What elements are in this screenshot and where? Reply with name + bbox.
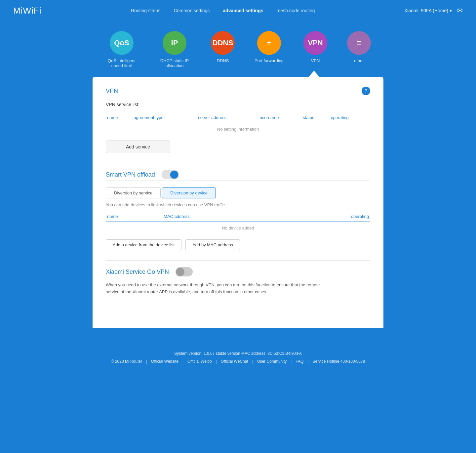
xiaomi-toggle-thumb — [176, 268, 184, 276]
logo: MiWiFi — [13, 6, 41, 16]
ip-label: DHCP static IP allocation — [158, 58, 191, 68]
section-divider-2 — [106, 181, 370, 181]
footer-link-service-hotline: Service Hotline 400-100-5678 — [309, 359, 369, 364]
toggle-thumb — [170, 171, 178, 179]
router-name[interactable]: Xiaomi_90FA (Home) ▾ — [404, 8, 452, 13]
footer-link-faq[interactable]: FAQ — [292, 359, 307, 364]
icon-grid: QoS QoS intelligent speed limit IP DHCP … — [0, 21, 476, 68]
qos-label: QoS intelligent speed limit — [105, 58, 138, 68]
tab-diversion-service[interactable]: Diversion by service — [106, 187, 161, 198]
vpn-label: VPN — [311, 58, 320, 63]
section-divider-1 — [106, 163, 370, 163]
vpn-service-table: name agreement type server address usern… — [106, 112, 370, 135]
xiaomi-vpn-title: Xiaomi Service Go VPN — [106, 268, 169, 275]
col-name: name — [106, 112, 132, 123]
header-right: Xiaomi_90FA (Home) ▾ ✉ — [404, 7, 463, 15]
dev-col-mac: MAC address — [162, 211, 283, 222]
mail-icon[interactable]: ✉ — [457, 7, 463, 15]
ddns-label: DDNS — [217, 58, 229, 63]
nav-links: Routing status Common settings advanced … — [131, 8, 315, 13]
tab-row: Diversion by service Diversion by device — [106, 187, 370, 198]
footer-link-official-wechat[interactable]: Official WeChat — [217, 359, 252, 364]
nav-routing-status[interactable]: Routing status — [131, 8, 161, 13]
xiaomi-vpn-toggle[interactable] — [176, 267, 193, 276]
nav-mesh-node-routing[interactable]: mesh node routing — [276, 8, 315, 13]
device-table: name MAC address operating No device add… — [106, 211, 370, 234]
main-card: VPN ? VPN service list: name agreement t… — [93, 77, 383, 328]
header: MiWiFi Routing status Common settings ad… — [0, 0, 476, 21]
portfwd-label: Port forwarding — [255, 58, 284, 63]
col-username: username — [258, 112, 301, 123]
smart-vpn-toggle[interactable] — [162, 170, 179, 179]
icon-item-ip[interactable]: IP DHCP static IP allocation — [158, 31, 191, 68]
pointer-wrap — [0, 68, 476, 77]
device-tab-desc: You can add devices to limit which devic… — [106, 202, 370, 207]
icon-item-ddns[interactable]: DDNS DDNS — [211, 31, 235, 68]
dev-col-operating: operating — [283, 211, 370, 222]
add-device-list-button[interactable]: Add a device from the device list — [106, 239, 181, 250]
other-icon: ≡ — [347, 31, 371, 55]
icon-item-portfwd[interactable]: + Port forwarding — [255, 31, 284, 68]
icon-item-other[interactable]: ≡ other — [347, 31, 371, 68]
nav-common-settings[interactable]: Common settings — [174, 8, 210, 13]
section-divider-3 — [106, 260, 370, 261]
vpn-section-title: VPN ? — [106, 87, 370, 95]
icon-item-qos[interactable]: QoS QoS intelligent speed limit — [105, 31, 138, 68]
device-btn-row: Add a device from the device list Add by… — [106, 239, 370, 250]
add-service-button[interactable]: Add service — [106, 141, 170, 153]
pointer-triangle — [309, 71, 319, 77]
nav-advanced-settings[interactable]: advanced settings — [223, 8, 263, 13]
portfwd-icon: + — [257, 31, 281, 55]
no-device-cell: No device added — [106, 222, 370, 234]
chevron-down-icon: ▾ — [450, 8, 452, 13]
qos-icon: QoS — [110, 31, 134, 55]
dev-col-name: name — [106, 211, 162, 222]
smart-vpn-title: Smart VPN offload — [106, 171, 155, 178]
add-mac-button[interactable]: Add by MAC address — [185, 239, 240, 250]
footer: System version: 1.0.67 stable version MA… — [0, 341, 476, 374]
col-server-address: server address — [197, 112, 258, 123]
col-agreement-type: agreement type — [132, 112, 197, 123]
footer-link-official-website[interactable]: Official Website — [147, 359, 182, 364]
tab-diversion-device[interactable]: Diversion by device — [162, 187, 216, 198]
footer-link-user-community[interactable]: User Community — [253, 359, 291, 364]
xiaomi-vpn-row: Xiaomi Service Go VPN — [106, 267, 370, 276]
help-icon[interactable]: ? — [362, 87, 370, 95]
ddns-icon: DDNS — [211, 31, 235, 55]
other-label: other — [354, 58, 364, 63]
smart-vpn-row: Smart VPN offload — [106, 170, 370, 179]
xiaomi-vpn-desc: When you need to use the external networ… — [106, 282, 331, 296]
ip-icon: IP — [163, 31, 186, 55]
footer-link-official-weibo[interactable]: Official Weibo — [183, 359, 216, 364]
col-operating: operating — [330, 112, 370, 123]
footer-copyright: © 2020 Mi Router — [107, 359, 146, 364]
col-status: status — [301, 112, 330, 123]
no-data-cell: No setting information — [106, 123, 370, 135]
vpn-icon: VPN — [303, 31, 327, 55]
no-device-row: No device added — [106, 222, 370, 234]
footer-sys-info: System version: 1.0.67 stable version MA… — [0, 351, 476, 356]
service-list-label: VPN service list: — [106, 102, 370, 107]
no-data-row: No setting information — [106, 123, 370, 135]
icon-item-vpn[interactable]: VPN VPN — [303, 31, 327, 68]
footer-links: © 2020 Mi Router | Official Website | Of… — [0, 359, 476, 364]
